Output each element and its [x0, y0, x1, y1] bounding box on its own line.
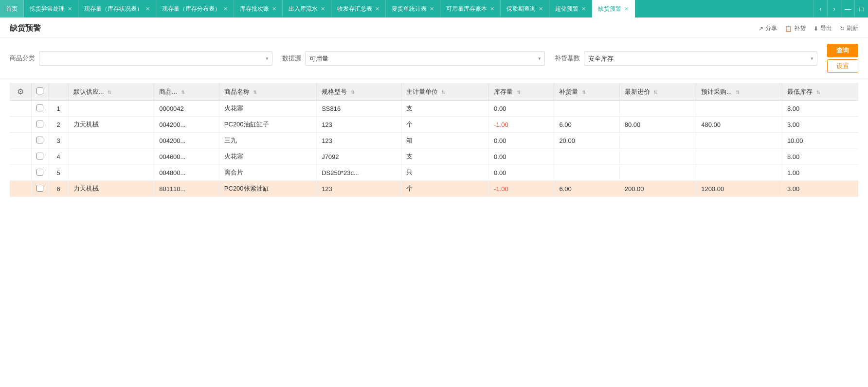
tab-shortage-close[interactable]: ✕ [624, 6, 629, 12]
tab-home[interactable]: 首页 [0, 0, 24, 18]
tab-recv-summary-close[interactable]: ✕ [375, 6, 380, 12]
product-name-sort-icon[interactable]: ⇅ [253, 89, 257, 95]
row-est-purchase-2 [696, 133, 782, 149]
tab-avail-ledger[interactable]: 可用量库存账本 ✕ [440, 0, 501, 18]
row-min-stock-1: 3.00 [782, 117, 858, 133]
restock-basis-select[interactable]: 安全库存 最低库存 [584, 51, 817, 66]
col-supplier-label: 默认供应... [73, 88, 104, 95]
row-product-code-2: 004200... [154, 133, 219, 149]
row-latest-price-3 [619, 149, 696, 165]
tab-expiry-query[interactable]: 保质期查询 ✕ [501, 0, 549, 18]
tab-batch-account[interactable]: 库存批次账 ✕ [234, 0, 283, 18]
row-checkbox-1[interactable] [36, 121, 43, 127]
row-latest-price-1: 80.00 [619, 117, 696, 133]
tab-shortage[interactable]: 缺货预警 ✕ [592, 0, 635, 18]
row-checkbox-cell-0 [31, 101, 49, 117]
table-settings-icon[interactable]: ⚙ [17, 88, 24, 96]
col-stock: 库存量 ⇅ [489, 83, 554, 101]
col-product-code: 商品... ⇅ [154, 83, 219, 101]
share-button[interactable]: ↗ 分享 [759, 24, 777, 33]
tab-req-stat[interactable]: 要货单统计表 ✕ [386, 0, 440, 18]
tab-exception-close[interactable]: ✕ [68, 6, 72, 12]
tab-recv-summary[interactable]: 收发存汇总表 ✕ [331, 0, 386, 18]
product-code-sort-icon[interactable]: ⇅ [181, 89, 185, 95]
row-checkbox-0[interactable] [36, 105, 43, 111]
page-header: 缺货预警 ↗ 分享 📋 补货 ⬇ 导出 ↻ 刷新 [0, 18, 868, 38]
tab-stock-status-close[interactable]: ✕ [145, 6, 150, 12]
tab-inout-flow[interactable]: 出入库流水 ✕ [283, 0, 331, 18]
tab-exception[interactable]: 拣货异常处理 ✕ [24, 0, 78, 18]
row-supplier-0 [68, 101, 154, 117]
tab-req-stat-close[interactable]: ✕ [430, 6, 434, 12]
stock-sort-icon[interactable]: ⇅ [517, 89, 521, 95]
supplier-sort-icon[interactable]: ⇅ [108, 89, 111, 95]
row-spec-4: DS250*23c... [317, 165, 401, 181]
tab-batch-account-close[interactable]: ✕ [272, 6, 276, 12]
row-stock-2: 0.00 [489, 133, 554, 149]
tab-stock-status[interactable]: 现存量（库存状况表） ✕ [78, 0, 156, 18]
settings-button[interactable]: 设置 [827, 59, 858, 73]
row-product-code-4: 004800... [154, 165, 219, 181]
col-spec: 规格型号 ⇅ [317, 83, 401, 101]
tab-overstock-close[interactable]: ✕ [581, 6, 586, 12]
refresh-button[interactable]: ↻ 刷新 [840, 24, 858, 33]
table-row: 2 力天机械 004200... PC200油缸缸子 123 个 -1.00 6… [10, 117, 858, 133]
row-checkbox-5[interactable] [36, 185, 43, 192]
col-restock-qty: 补货量 ⇅ [554, 83, 619, 101]
tab-stock-dist-close[interactable]: ✕ [223, 6, 228, 12]
row-index-2: 3 [49, 133, 68, 149]
export-label: 导出 [820, 24, 832, 33]
row-est-purchase-3 [696, 149, 782, 165]
query-button[interactable]: 查询 [827, 44, 858, 57]
table-header-row: ⚙ 默认供应... ⇅ 商品... ⇅ 商品名称 [10, 83, 858, 101]
row-checkbox-4[interactable] [36, 169, 43, 176]
tab-expiry-query-close[interactable]: ✕ [539, 6, 543, 12]
tab-stock-dist[interactable]: 现存量（库存分布表） ✕ [156, 0, 234, 18]
row-spec-1: 123 [317, 117, 401, 133]
row-product-code-5: 801110... [154, 181, 219, 197]
row-gear-3 [10, 149, 31, 165]
row-latest-price-4 [619, 165, 696, 181]
row-unit-1: 个 [401, 117, 489, 133]
row-min-stock-3: 8.00 [782, 149, 858, 165]
row-min-stock-4: 1.00 [782, 165, 858, 181]
row-spec-3: J7092 [317, 149, 401, 165]
tab-next-btn[interactable]: › [827, 0, 841, 18]
tab-maximize-btn[interactable]: □ [854, 0, 868, 18]
export-button[interactable]: ⬇ 导出 [814, 24, 832, 33]
spec-sort-icon[interactable]: ⇅ [351, 89, 355, 95]
maximize-icon: □ [859, 5, 863, 13]
restock-button[interactable]: 📋 补货 [785, 24, 806, 33]
category-select[interactable] [39, 51, 272, 66]
tab-overstock[interactable]: 超储预警 ✕ [549, 0, 592, 18]
row-checkbox-2[interactable] [36, 137, 43, 143]
tab-avail-ledger-close[interactable]: ✕ [490, 6, 494, 12]
datasource-label: 数据源 [282, 54, 301, 63]
restock-qty-sort-icon[interactable]: ⇅ [582, 89, 586, 95]
min-stock-sort-icon[interactable]: ⇅ [816, 89, 820, 95]
category-select-wrapper: ▾ [39, 51, 272, 66]
select-all-checkbox[interactable] [36, 88, 43, 94]
col-restock-qty-label: 补货量 [559, 88, 578, 95]
tab-shortage-label: 缺货预警 [598, 5, 621, 13]
row-checkbox-3[interactable] [36, 153, 43, 159]
tab-prev-btn[interactable]: ‹ [814, 0, 827, 18]
est-purchase-sort-icon[interactable]: ⇅ [736, 89, 740, 95]
restock-basis-select-wrapper: 安全库存 最低库存 ▾ [584, 51, 817, 66]
row-spec-2: 123 [317, 133, 401, 149]
row-supplier-1: 力天机械 [68, 117, 154, 133]
restock-icon: 📋 [785, 25, 792, 32]
row-est-purchase-5: 1200.00 [696, 181, 782, 197]
tab-minimize-btn[interactable]: — [841, 0, 854, 18]
table-row: 4 004600... 火花塞 J7092 支 0.00 8.00 [10, 149, 858, 165]
restock-basis-label: 补货基数 [555, 54, 580, 63]
row-product-code-3: 004600... [154, 149, 219, 165]
restock-basis-filter: 补货基数 安全库存 最低库存 ▾ [555, 51, 817, 66]
col-unit: 主计量单位 ⇅ [401, 83, 489, 101]
row-checkbox-cell-3 [31, 149, 49, 165]
datasource-select[interactable]: 可用量 库存量 [305, 51, 545, 66]
latest-price-sort-icon[interactable]: ⇅ [653, 89, 657, 95]
tab-inout-flow-close[interactable]: ✕ [321, 6, 325, 12]
row-unit-3: 支 [401, 149, 489, 165]
unit-sort-icon[interactable]: ⇅ [441, 89, 445, 95]
